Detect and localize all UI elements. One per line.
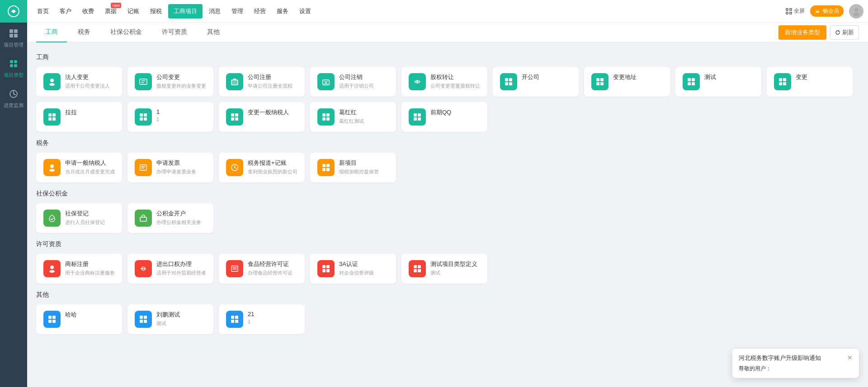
card-equity-transfer[interactable]: 股权转让 公司变更需要股权转让 bbox=[401, 67, 487, 97]
tab-tax[interactable]: 税务 bbox=[69, 23, 99, 42]
tab-social[interactable]: 社保公积金 bbox=[101, 23, 151, 42]
nav-billing[interactable]: 收费 bbox=[77, 0, 99, 23]
card-legal-change[interactable]: 法人变更 适用于公司变更法人 bbox=[36, 67, 122, 97]
card-icon-item21 bbox=[226, 311, 243, 328]
sidebar-item-project-type[interactable]: 项目类型 bbox=[0, 53, 27, 83]
card-social-register[interactable]: 社保登记 进行人员社保登记 bbox=[36, 203, 122, 233]
card-icon-mohanghong bbox=[317, 108, 335, 126]
fullscreen-icon bbox=[786, 8, 792, 14]
card-open-company[interactable]: 开公司 bbox=[493, 67, 579, 97]
nav-settings[interactable]: 设置 bbox=[294, 0, 316, 23]
card-change-address[interactable]: 变更地址 bbox=[584, 67, 670, 97]
nav-message[interactable]: 消息 bbox=[203, 0, 226, 23]
card-name: 哈哈 bbox=[65, 311, 115, 319]
vip-button[interactable]: 畅会员 bbox=[810, 5, 844, 17]
card-test-project-type[interactable]: 测试项目类型定义 测试 bbox=[401, 254, 487, 284]
card-tax-report-accounting[interactable]: 税务报道+记账 拿到营业执照的新公司 bbox=[219, 153, 305, 182]
card-item21[interactable]: 21 1 bbox=[219, 304, 305, 334]
svg-rect-79 bbox=[48, 316, 52, 319]
svg-rect-19 bbox=[231, 80, 238, 85]
card-change[interactable]: 变更 bbox=[767, 67, 853, 97]
sidebar-item-label: 进度监测 bbox=[4, 102, 24, 109]
refresh-button[interactable]: 刷新 bbox=[830, 25, 859, 40]
user-avatar[interactable] bbox=[849, 4, 863, 19]
card-desc: 葛红红测试 bbox=[339, 118, 389, 125]
card-icon-fund-open bbox=[135, 210, 152, 227]
svg-rect-58 bbox=[418, 117, 421, 121]
svg-rect-43 bbox=[140, 113, 143, 117]
tab-other[interactable]: 其他 bbox=[198, 23, 229, 42]
svg-point-14 bbox=[854, 8, 858, 12]
section-title-license: 许可资质 bbox=[36, 240, 859, 248]
nav-operations[interactable]: 经营 bbox=[249, 0, 271, 23]
sidebar-item-progress-monitor[interactable]: 进度监测 bbox=[0, 83, 27, 113]
svg-rect-85 bbox=[140, 320, 143, 323]
card-name: 公司注册 bbox=[248, 73, 297, 81]
notif-close-button[interactable]: ✕ bbox=[847, 354, 853, 362]
card-name: 申请发票 bbox=[156, 159, 206, 167]
card-haha[interactable]: 哈哈 bbox=[36, 304, 122, 334]
nav-accounting[interactable]: 记账 bbox=[122, 0, 145, 23]
nav-ticket[interactable]: 票据 new bbox=[99, 0, 122, 23]
svg-rect-47 bbox=[231, 113, 234, 117]
card-name: 股权转让 bbox=[430, 73, 480, 81]
card-icon-liupengtest bbox=[135, 311, 152, 328]
card-icon-haha bbox=[43, 311, 61, 328]
card-liupengtest[interactable]: 刘鹏测试 测试 bbox=[127, 304, 213, 334]
svg-rect-87 bbox=[231, 316, 234, 319]
nav-service[interactable]: 服务 bbox=[271, 0, 294, 23]
nav-home[interactable]: 首页 bbox=[32, 0, 54, 23]
card-name: 税务报道+记账 bbox=[248, 159, 297, 167]
card-trademark[interactable]: 商标注册 用于企业商标注册服务 bbox=[36, 254, 122, 284]
fullscreen-btn[interactable]: 全屏 bbox=[786, 7, 805, 15]
svg-rect-49 bbox=[231, 117, 234, 121]
card-desc: 办理公积金相关业务 bbox=[156, 219, 206, 226]
card-test[interactable]: 测试 bbox=[675, 67, 761, 97]
tab-industry[interactable]: 工商 bbox=[36, 23, 67, 42]
card-icon-food-license bbox=[226, 260, 243, 277]
card-lala[interactable]: 拉拉 bbox=[36, 102, 122, 132]
svg-rect-90 bbox=[235, 320, 238, 323]
card-import-export[interactable]: 进出口权办理 适用于对外贸易经营者 bbox=[127, 254, 213, 284]
nav-industry[interactable]: 工商项目 bbox=[168, 4, 203, 19]
card-company-change[interactable]: 公司变更 股权变更外的业务变更 bbox=[127, 67, 213, 97]
card-fund-open[interactable]: 公积金开户 办理公积金相关业务 bbox=[127, 203, 213, 233]
nav-client[interactable]: 客户 bbox=[54, 0, 77, 23]
add-type-button[interactable]: 新增业务类型 bbox=[778, 25, 826, 40]
svg-rect-51 bbox=[322, 113, 326, 117]
card-apply-general[interactable]: 申请一般纳税人 当月或次月成变更完成 bbox=[36, 153, 122, 182]
sidebar-item-project-mgmt[interactable]: 项目管理 bbox=[0, 23, 27, 53]
svg-point-69 bbox=[49, 270, 55, 273]
card-3a-cert[interactable]: 3A认证 对企业信誉评级 bbox=[310, 254, 396, 284]
card-icon-company-register bbox=[226, 73, 243, 90]
card-item1[interactable]: 1 1 bbox=[127, 102, 213, 132]
card-food-license[interactable]: 食品经营许可证 办理食品经营许可证 bbox=[219, 254, 305, 284]
svg-rect-39 bbox=[48, 113, 52, 117]
card-qianqi-qq[interactable]: 前期QQ bbox=[401, 102, 487, 132]
card-icon-3a-cert bbox=[317, 260, 335, 277]
card-new-project[interactable]: 新项目 报税加税控盘保管 bbox=[310, 153, 396, 182]
svg-rect-13 bbox=[790, 12, 792, 14]
card-mohanghong[interactable]: 葛红红 葛红红测试 bbox=[310, 102, 396, 132]
nav-tax[interactable]: 报税 bbox=[145, 0, 167, 23]
tab-license[interactable]: 许可资质 bbox=[153, 23, 196, 42]
nav-management[interactable]: 管理 bbox=[226, 0, 249, 23]
card-desc: 进行人员社保登记 bbox=[65, 219, 115, 226]
vip-icon bbox=[815, 9, 820, 14]
card-change-taxpayer[interactable]: 变更一般纳税人 bbox=[219, 102, 305, 132]
card-name: 测试 bbox=[704, 73, 754, 81]
card-desc: 拿到营业执照的新公司 bbox=[248, 168, 297, 175]
svg-rect-4 bbox=[14, 34, 18, 37]
tab-actions: 新增业务类型 刷新 bbox=[778, 25, 859, 40]
card-company-register[interactable]: 公司注册 申请公司注册全流程 bbox=[219, 67, 305, 97]
svg-rect-31 bbox=[688, 78, 691, 81]
svg-rect-64 bbox=[326, 164, 330, 167]
svg-point-60 bbox=[49, 169, 55, 172]
card-apply-invoice[interactable]: 申请发票 办理申请发票业务 bbox=[127, 153, 213, 182]
svg-rect-44 bbox=[144, 113, 147, 117]
card-company-cancel[interactable]: 公司注销 适用于注销公司 bbox=[310, 67, 396, 97]
svg-rect-32 bbox=[692, 78, 695, 81]
topnav: 首页 客户 收费 票据 new 记账 报税 工商项目 消息 管理 经营 服务 设… bbox=[27, 0, 868, 23]
svg-rect-6 bbox=[14, 60, 17, 63]
svg-rect-74 bbox=[326, 269, 330, 272]
